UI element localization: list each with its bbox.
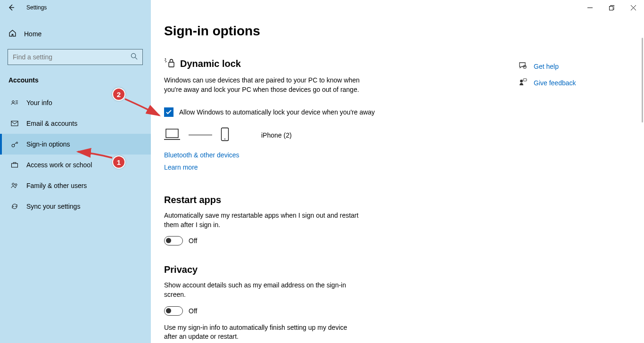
section-description: Windows can use devices that are paired …	[164, 76, 362, 94]
close-icon	[631, 5, 636, 10]
sidebar-item-access-work-school[interactable]: Access work or school	[0, 155, 151, 175]
check-icon	[165, 109, 172, 115]
svg-point-2	[12, 101, 15, 103]
sidebar: Home Accounts Your info Email & accounts	[0, 0, 151, 343]
svg-point-11	[224, 139, 225, 139]
svg-rect-8	[169, 62, 174, 67]
sidebar-item-label: Email & accounts	[26, 120, 77, 127]
people-icon	[10, 181, 19, 190]
sidebar-item-family-other-users[interactable]: Family & other users	[0, 175, 151, 196]
page-title: Sign-in options	[164, 24, 625, 39]
sidebar-item-your-info[interactable]: Your info	[0, 92, 151, 113]
svg-rect-3	[11, 121, 18, 126]
dynamic-lock-icon	[164, 57, 175, 70]
home-icon	[8, 29, 17, 39]
search-icon	[131, 53, 138, 61]
laptop-icon	[164, 128, 180, 142]
minimize-button[interactable]	[579, 0, 601, 15]
svg-rect-9	[166, 129, 178, 138]
sync-icon	[10, 202, 19, 211]
connection-line-icon	[189, 135, 212, 135]
privacy-extra-text: Use my sign-in info to automatically fin…	[164, 323, 362, 342]
section-description: Show account details such as my email ad…	[164, 281, 362, 299]
section-heading: Restart apps	[164, 195, 456, 205]
scrollbar-thumb[interactable]	[642, 38, 643, 122]
home-nav[interactable]: Home	[0, 24, 151, 44]
mail-icon	[10, 119, 19, 128]
svg-point-7	[15, 184, 17, 186]
svg-rect-15	[523, 79, 527, 81]
checkbox-checked[interactable]	[164, 107, 173, 117]
get-help-label: Get help	[534, 63, 559, 70]
svg-point-1	[131, 53, 135, 57]
svg-text:?: ?	[524, 65, 526, 68]
toggle-label: Off	[189, 307, 197, 315]
sidebar-item-label: Family & other users	[26, 182, 87, 189]
sidebar-item-label: Sign-in options	[26, 140, 70, 148]
sidebar-item-sign-in-options[interactable]: Sign-in options	[0, 134, 151, 155]
checkbox-label: Allow Windows to automatically lock your…	[179, 108, 375, 116]
svg-point-14	[520, 80, 523, 82]
sidebar-item-label: Your info	[26, 99, 52, 106]
bluetooth-devices-link[interactable]: Bluetooth & other devices	[164, 151, 239, 159]
briefcase-icon	[10, 161, 19, 169]
annotation-marker-1: 1	[112, 155, 125, 169]
phone-icon	[221, 127, 229, 143]
restart-apps-toggle[interactable]	[164, 236, 183, 245]
svg-point-6	[12, 183, 15, 186]
home-label: Home	[24, 30, 41, 38]
search-input[interactable]	[13, 53, 131, 61]
svg-rect-5	[12, 163, 18, 167]
sidebar-section-accounts: Accounts	[0, 73, 151, 92]
feedback-icon	[519, 78, 527, 88]
sidebar-item-sync-settings[interactable]: Sync your settings	[0, 196, 151, 217]
section-description: Automatically save my restartable apps w…	[164, 211, 362, 229]
minimize-icon	[587, 5, 593, 10]
section-dynamic-lock: Dynamic lock Windows can use devices tha…	[164, 57, 456, 176]
give-feedback-label: Give feedback	[534, 79, 576, 87]
toggle-label: Off	[189, 237, 197, 245]
section-restart-apps: Restart apps Automatically save my resta…	[164, 195, 456, 245]
search-box[interactable]	[8, 49, 143, 65]
annotation-marker-2: 2	[112, 88, 125, 101]
svg-rect-0	[609, 6, 613, 10]
privacy-toggle[interactable]	[164, 306, 183, 316]
sidebar-item-label: Sync your settings	[26, 203, 80, 210]
person-card-icon	[10, 98, 19, 107]
window-controls	[579, 0, 644, 15]
section-heading: Privacy	[164, 264, 456, 275]
maximize-button[interactable]	[601, 0, 622, 15]
window-title: Settings	[23, 4, 47, 11]
sidebar-item-label: Access work or school	[26, 161, 92, 169]
section-heading: Dynamic lock	[180, 58, 241, 69]
title-bar: Settings	[0, 0, 644, 15]
paired-device-row: iPhone (2)	[164, 127, 456, 143]
learn-more-link[interactable]: Learn more	[164, 163, 198, 171]
maximize-icon	[609, 5, 614, 10]
arrow-left-icon	[8, 4, 15, 11]
paired-device-name: iPhone (2)	[261, 131, 292, 139]
get-help-link[interactable]: ? Get help	[519, 61, 576, 71]
chat-help-icon: ?	[519, 61, 527, 71]
section-privacy: Privacy Show account details such as my …	[164, 264, 456, 341]
give-feedback-link[interactable]: Give feedback	[519, 78, 576, 88]
back-button[interactable]	[0, 0, 23, 15]
right-panel: ? Get help Give feedback	[519, 61, 576, 94]
sidebar-item-email-accounts[interactable]: Email & accounts	[0, 113, 151, 134]
close-button[interactable]	[622, 0, 644, 15]
key-icon	[10, 140, 19, 148]
content-area: Sign-in options Dynamic lock Windows can…	[151, 0, 644, 343]
dynamic-lock-checkbox-row[interactable]: Allow Windows to automatically lock your…	[164, 107, 456, 117]
